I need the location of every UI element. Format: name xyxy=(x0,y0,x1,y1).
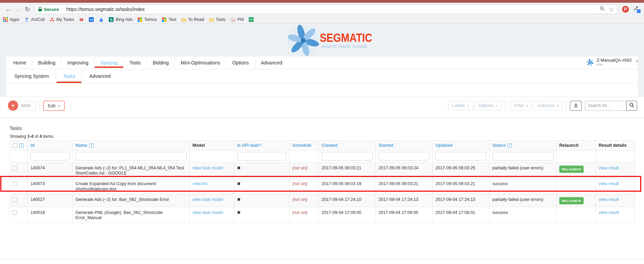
table-row-140027: 140027Generate Ads (~2) for: Ban_062_Sho… xyxy=(10,194,635,207)
bookmark-my-tasks[interactable]: My Tasks xyxy=(49,17,74,22)
bookmark-apps[interactable]: Apps xyxy=(3,17,20,22)
cell-id: 140073 xyxy=(28,178,73,194)
user-id: #280 xyxy=(597,63,632,66)
edit-button[interactable]: Edit ▾ xyxy=(43,101,64,111)
row-checkbox[interactable] xyxy=(13,182,17,186)
col-label[interactable]: Schedule xyxy=(292,143,312,148)
zoom-out-icon[interactable] xyxy=(599,6,605,13)
cell-updated: 2017-09-05 09:03:21 xyxy=(433,178,490,194)
filter-input-api[interactable] xyxy=(237,152,286,160)
col-header-name[interactable]: Name? xyxy=(73,141,190,151)
reload-icon[interactable]: ↻ xyxy=(23,5,32,13)
filter-input-started[interactable] xyxy=(378,152,430,160)
relaunch-button[interactable]: RELAUNCH xyxy=(559,166,584,173)
started-timestamp: 2017-09-05 09:03:24 xyxy=(378,166,418,170)
col-header-api[interactable]: Is API task? xyxy=(234,141,290,151)
search-input[interactable] xyxy=(585,101,626,111)
col-header-created[interactable]: Created xyxy=(319,141,376,151)
back-icon[interactable]: ← xyxy=(3,6,13,13)
filter-button[interactable]: Filter▾ xyxy=(510,101,532,110)
row-checkbox[interactable] xyxy=(13,166,17,170)
new-button[interactable]: + NEW xyxy=(8,100,36,111)
view-result-link[interactable]: view result xyxy=(599,181,619,186)
forward-icon[interactable]: → xyxy=(13,6,23,13)
cell-id: 140018 xyxy=(28,207,73,223)
filter-input-created[interactable] xyxy=(321,152,373,160)
col-label[interactable]: Updated xyxy=(435,143,453,148)
col-label[interactable]: Id xyxy=(31,143,34,148)
col-header-started[interactable]: Started xyxy=(376,141,433,151)
nav-tab-bidding[interactable]: Bidding xyxy=(147,57,175,69)
bookmark-tools[interactable]: Tools xyxy=(209,17,226,22)
cell-id: 140027 xyxy=(28,194,73,207)
model-link[interactable]: view list xyxy=(192,181,208,186)
col-header-schedule[interactable]: Schedule xyxy=(290,141,319,151)
model-link[interactable]: view task model xyxy=(192,166,223,170)
nav-tab-tools[interactable]: Tools xyxy=(123,57,147,69)
bookmark-tomus[interactable]: Tomus xyxy=(137,17,157,22)
task-name-line: Generate Ads (~2) for: PL1_054-ML1_054-M… xyxy=(75,166,187,171)
bookmark-gmail-icon[interactable]: M xyxy=(79,17,84,22)
filter-input-id[interactable] xyxy=(31,152,70,160)
filter-input-status[interactable] xyxy=(492,152,553,160)
col-header-updated[interactable]: Updated xyxy=(433,141,490,151)
col-label: Model xyxy=(192,143,205,148)
subnav-tab-tasks[interactable]: Tasks xyxy=(56,69,82,83)
col-header-id[interactable]: Id xyxy=(28,141,73,151)
filter-input-updated[interactable] xyxy=(435,152,487,160)
bookmark-tc-icon[interactable]: TC xyxy=(249,17,254,22)
schedule-not-set: (not set) xyxy=(292,181,307,186)
export-download-button[interactable] xyxy=(570,101,582,111)
search-button[interactable] xyxy=(626,101,637,111)
bookmark-test[interactable]: Test xyxy=(162,17,176,22)
help-icon[interactable]: ? xyxy=(507,143,512,148)
view-result-link[interactable]: view result xyxy=(599,166,619,170)
address-bar[interactable]: Secure | https://tomus.segmatic.io/tasks… xyxy=(35,4,617,14)
bookmark-actcoll[interactable]: ActColl xyxy=(24,17,45,22)
col-label[interactable]: Name xyxy=(75,143,87,148)
nav-tab-advanced[interactable]: Advanced xyxy=(255,57,288,69)
nav-tab-home[interactable]: Home xyxy=(8,57,32,69)
col-header-status[interactable]: Status? xyxy=(490,141,557,151)
subnav-tab-advanced[interactable]: Advanced xyxy=(82,69,117,83)
select-all-checkbox[interactable] xyxy=(13,143,17,148)
col-label[interactable]: Status xyxy=(492,143,505,148)
nav-tab-options[interactable]: Options xyxy=(226,57,255,69)
bookmark-analytics-icon[interactable] xyxy=(99,17,104,22)
nav-tab-improving[interactable]: Improving xyxy=(61,57,94,69)
columns-button[interactable]: Columns▾ xyxy=(534,101,563,110)
user-menu[interactable]: Z-ManualQA-#062 #280 ▾ xyxy=(586,58,638,68)
bookmark-bing-ads[interactable]: bBing Ads xyxy=(109,17,132,22)
url-text[interactable]: https://tomus.segmatic.io/tasks/index xyxy=(66,7,597,12)
row-checkbox[interactable] xyxy=(13,211,17,215)
help-icon[interactable]: ? xyxy=(89,143,94,148)
created-timestamp: 2017-09-04 17:08:00 xyxy=(321,210,361,215)
help-icon[interactable]: ? xyxy=(19,143,24,148)
col-label[interactable]: Is API task? xyxy=(237,143,261,148)
view-result-link[interactable]: view result xyxy=(599,210,619,215)
chevron-down-icon: ▾ xyxy=(636,59,638,63)
labels-button[interactable]: Labels▾ xyxy=(448,101,473,110)
bookmark-calendar-icon[interactable]: 31 xyxy=(89,17,94,22)
subnav-tab-syncing-system[interactable]: Syncing System xyxy=(8,69,56,83)
options-button[interactable]: Options▾ xyxy=(475,101,502,110)
model-link[interactable]: view task model xyxy=(192,197,223,202)
extension-p-icon[interactable]: P xyxy=(622,6,629,13)
nav-tab-syncing[interactable]: Syncing xyxy=(94,57,124,69)
relaunch-button[interactable]: RELAUNCH xyxy=(559,197,584,204)
nav-tab-mini-optimisations[interactable]: Mini-Optimisations xyxy=(175,57,226,69)
nav-tab-building[interactable]: Building xyxy=(32,57,61,69)
col-label[interactable]: Created xyxy=(321,143,338,148)
model-link[interactable]: view task model xyxy=(192,210,223,215)
col-header-cb[interactable]: ? xyxy=(10,141,28,151)
bookmark-to-read[interactable]: To Read xyxy=(181,17,204,22)
apps-grid-icon xyxy=(3,17,8,22)
col-label[interactable]: Started xyxy=(378,143,393,148)
plus-icon[interactable]: + xyxy=(8,100,18,111)
bookmark-star-icon[interactable]: ☆ xyxy=(609,6,614,13)
view-result-link[interactable]: view result xyxy=(599,197,619,202)
bookmark-pm[interactable]: PM xyxy=(231,17,244,22)
filter-input-name[interactable] xyxy=(75,152,187,160)
color-picker-extension-icon[interactable] xyxy=(633,5,641,13)
row-checkbox[interactable] xyxy=(13,197,17,202)
